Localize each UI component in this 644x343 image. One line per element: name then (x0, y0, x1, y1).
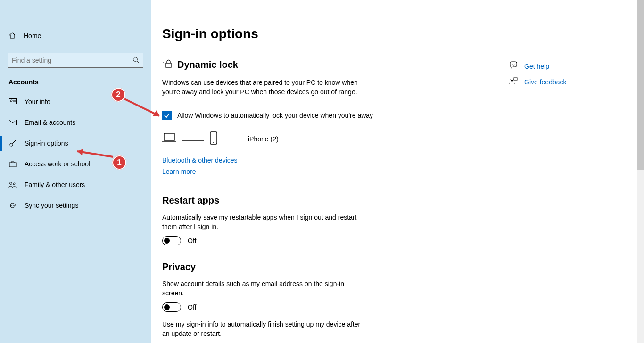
dynamic-lock-checkbox-row[interactable]: Allow Windows to automatically lock your… (162, 111, 644, 120)
annotation-callout-2: 2 (111, 88, 125, 102)
svg-point-23 (213, 142, 214, 143)
svg-line-6 (137, 61, 139, 63)
search-input[interactable] (12, 57, 120, 64)
person-card-icon (8, 98, 17, 105)
toggle-state-label: Off (188, 236, 196, 245)
section-heading: Dynamic lock (177, 59, 238, 70)
section-restart-apps: Restart apps Automatically save my resta… (162, 195, 644, 245)
svg-rect-26 (514, 78, 517, 80)
checkbox-label: Allow Windows to automatically lock your… (177, 111, 375, 120)
feedback-icon (509, 77, 518, 87)
svg-point-25 (511, 78, 513, 81)
sidebar-home-label: Home (24, 32, 41, 40)
svg-rect-11 (9, 120, 17, 125)
privacy-toggle[interactable] (162, 302, 181, 312)
link-learn-more[interactable]: Learn more (162, 168, 196, 175)
paired-device-name: iPhone (2) (248, 134, 279, 144)
search-box[interactable] (8, 53, 143, 68)
sidebar-home[interactable]: Home (0, 26, 151, 45)
sidebar-item-family-users[interactable]: Family & other users (0, 174, 151, 195)
main-content: Sign-in options Dynamic lock Windows can… (151, 0, 644, 343)
sidebar-item-your-info[interactable]: Your info (0, 91, 151, 112)
section-heading: Privacy (162, 261, 196, 272)
page-title: Sign-in options (162, 26, 644, 41)
people-icon (8, 181, 17, 188)
mail-icon (8, 120, 17, 125)
svg-rect-15 (9, 163, 16, 167)
section-dynamic-lock: Dynamic lock Windows can use devices tha… (162, 58, 644, 179)
scrollbar-thumb[interactable] (637, 0, 644, 170)
svg-rect-19 (164, 133, 174, 140)
sidebar-item-sign-in-options[interactable]: Sign-in options (0, 133, 151, 154)
search-icon (132, 57, 139, 65)
svg-point-5 (133, 57, 138, 61)
svg-text:?: ? (512, 63, 515, 67)
svg-point-16 (10, 182, 12, 185)
key-icon (8, 139, 17, 147)
checkbox-checked-icon[interactable] (162, 111, 172, 120)
briefcase-icon (8, 161, 17, 167)
svg-rect-18 (166, 63, 171, 67)
svg-point-17 (13, 183, 15, 185)
help-icon: ? (509, 61, 518, 71)
right-side-links: ? Get help Give feedback (509, 61, 567, 87)
sidebar-item-access-work-school[interactable]: Access work or school (0, 154, 151, 174)
phone-icon (209, 131, 218, 146)
link-label: Get help (524, 63, 549, 70)
restart-apps-description: Automatically save my restartable apps w… (162, 212, 365, 231)
sidebar-item-label: Access work or school (25, 160, 90, 168)
privacy-description-1: Show account details such as my email ad… (162, 279, 365, 298)
sidebar-group-label: Accounts (0, 68, 151, 91)
connection-line-icon (182, 135, 204, 143)
restart-apps-toggle[interactable] (162, 236, 181, 245)
laptop-icon (162, 132, 176, 146)
sidebar-item-label: Your info (25, 98, 50, 106)
home-icon (8, 32, 16, 41)
privacy-description-2: Use my sign-in info to automatically fin… (162, 319, 365, 338)
annotation-callout-1: 1 (112, 155, 126, 170)
section-privacy: Privacy Show account details such as my … (162, 261, 644, 338)
link-bluetooth-devices[interactable]: Bluetooth & other devices (162, 156, 238, 164)
sidebar-item-label: Sign-in options (25, 139, 68, 147)
link-label: Give feedback (524, 78, 567, 86)
sidebar-item-sync-settings[interactable]: Sync your settings (0, 195, 151, 216)
svg-line-14 (15, 141, 16, 142)
sidebar: Home Accounts Your info Email & accounts… (0, 0, 151, 343)
section-heading: Restart apps (162, 195, 219, 206)
paired-device-row: iPhone (2) (162, 131, 644, 146)
svg-point-8 (10, 100, 12, 102)
svg-point-12 (10, 143, 13, 146)
sidebar-item-label: Sync your settings (25, 202, 78, 209)
sidebar-item-label: Email & accounts (25, 119, 75, 126)
dynamic-lock-icon (162, 58, 173, 71)
dynamic-lock-description: Windows can use devices that are paired … (162, 78, 365, 97)
link-get-help[interactable]: ? Get help (509, 61, 567, 71)
sidebar-item-label: Family & other users (25, 181, 85, 188)
sync-icon (8, 202, 17, 209)
toggle-state-label: Off (188, 302, 196, 312)
sidebar-item-email-accounts[interactable]: Email & accounts (0, 112, 151, 133)
link-give-feedback[interactable]: Give feedback (509, 77, 567, 87)
